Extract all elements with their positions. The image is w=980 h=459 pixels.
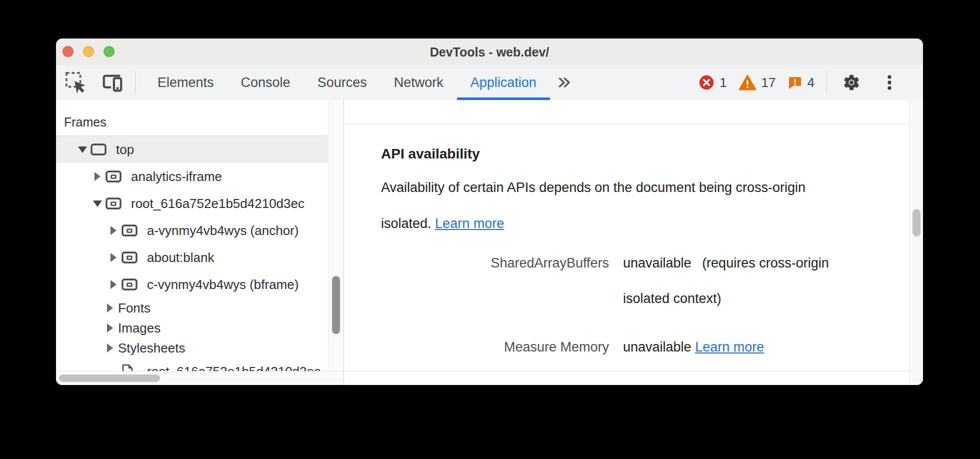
api-row-value-measure-memory: unavailable Learn more bbox=[623, 340, 764, 355]
tree-item-a-vynmy4vb4wys-anchor[interactable]: a-vynmy4vb4wys (anchor) bbox=[56, 217, 328, 244]
tab-elements[interactable]: Elements bbox=[144, 65, 228, 100]
tree-item-label: top bbox=[116, 142, 134, 158]
toolbar-status-area: 1 17 4 bbox=[698, 70, 923, 95]
frame-icon bbox=[90, 142, 110, 156]
devtools-window: DevTools - web.dev/ ElementsConsoleSourc… bbox=[56, 38, 923, 385]
sidebar-vertical-scrollbar[interactable] bbox=[328, 100, 344, 371]
main-vertical-scrollbar[interactable] bbox=[909, 100, 923, 385]
scrollbar-thumb[interactable] bbox=[912, 209, 920, 236]
titlebar: DevTools - web.dev/ bbox=[56, 38, 923, 66]
tree-item-images[interactable]: Images bbox=[56, 318, 328, 338]
frames-section-header[interactable]: Frames bbox=[56, 100, 328, 136]
customize-devtools-button[interactable] bbox=[877, 70, 902, 95]
iframe-icon bbox=[105, 196, 125, 210]
description-line-2: isolated. Learn more bbox=[381, 216, 504, 232]
api-row-value-sharedarraybuffers: unavailable (requires cross-origin bbox=[623, 256, 829, 271]
tree-item-c-vynmy4vb4wys-bframe[interactable]: c-vynmy4vb4wys (bframe) bbox=[56, 271, 328, 298]
api-status: unavailable bbox=[623, 256, 692, 270]
settings-button[interactable] bbox=[839, 70, 864, 95]
api-row-key-measure-memory: Measure Memory bbox=[381, 340, 609, 355]
tree-item-about-blank[interactable]: about:blank bbox=[56, 244, 328, 271]
tab-label: Application bbox=[470, 75, 536, 90]
api-status-note: (requires cross-origin bbox=[702, 256, 829, 270]
error-icon bbox=[698, 74, 715, 91]
tree-item-stylesheets[interactable]: Stylesheets bbox=[56, 338, 328, 358]
chevron-double-right-icon bbox=[557, 74, 573, 91]
tab-label: Network bbox=[394, 75, 444, 90]
triangle-collapsed-icon[interactable] bbox=[106, 344, 118, 352]
triangle-collapsed-icon[interactable] bbox=[106, 226, 121, 235]
api-availability-section: API availability Availability of certain… bbox=[344, 100, 923, 385]
learn-more-link[interactable]: Learn more bbox=[435, 216, 504, 231]
error-count: 1 bbox=[720, 75, 726, 90]
errors-badge[interactable]: 1 bbox=[698, 74, 726, 91]
inspect-icon bbox=[64, 71, 88, 94]
tree-item-label: Images bbox=[118, 320, 160, 336]
iframe-icon bbox=[121, 250, 141, 264]
panel-tabs: ElementsConsoleSourcesNetworkApplication bbox=[144, 65, 550, 100]
tab-application[interactable]: Application bbox=[457, 65, 550, 100]
window-title: DevTools - web.dev/ bbox=[56, 38, 923, 65]
settings-gear-icon bbox=[842, 71, 861, 94]
section-divider bbox=[344, 371, 909, 372]
device-toolbar-icon bbox=[101, 71, 124, 94]
tab-console[interactable]: Console bbox=[228, 65, 304, 100]
inspect-element-button[interactable] bbox=[64, 71, 88, 94]
sidebar-horizontal-scrollbar[interactable] bbox=[56, 371, 344, 385]
triangle-collapsed-icon[interactable] bbox=[106, 280, 121, 289]
tree-item-label: analytics-iframe bbox=[131, 169, 222, 184]
learn-more-link[interactable]: Learn more bbox=[695, 340, 764, 354]
tab-label: Elements bbox=[158, 75, 214, 90]
warning-icon bbox=[738, 74, 757, 92]
warnings-badge[interactable]: 17 bbox=[738, 74, 776, 92]
tab-label: Console bbox=[241, 75, 290, 90]
application-panel: Frames topanalytics-iframeroot_616a752e1… bbox=[56, 100, 923, 385]
tree-item-label: root_616a752e1b5d4210d3ec bbox=[131, 196, 304, 212]
tab-sources[interactable]: Sources bbox=[304, 65, 380, 100]
tree-item-label: Stylesheets bbox=[118, 340, 185, 356]
section-divider bbox=[344, 124, 909, 124]
warning-count: 17 bbox=[762, 75, 776, 90]
more-tabs-button[interactable] bbox=[554, 71, 576, 94]
triangle-expanded-icon[interactable] bbox=[75, 146, 90, 153]
api-status-note-line-2: isolated context) bbox=[623, 291, 722, 306]
api-row-key-sharedarraybuffers: SharedArrayBuffers bbox=[381, 256, 609, 271]
tree-item-top[interactable]: top bbox=[56, 136, 328, 163]
application-sidebar: Frames topanalytics-iframeroot_616a752e1… bbox=[56, 100, 344, 385]
tree-item-label: root_616a752e1b5d4210d3ec bbox=[147, 364, 320, 372]
device-toolbar-button[interactable] bbox=[101, 71, 124, 94]
issues-badge[interactable]: 4 bbox=[787, 74, 814, 90]
triangle-collapsed-icon[interactable] bbox=[106, 304, 118, 312]
tab-network[interactable]: Network bbox=[380, 65, 457, 100]
page-icon bbox=[121, 364, 141, 371]
iframe-icon bbox=[105, 170, 125, 184]
frames-tree: topanalytics-iframeroot_616a752e1b5d4210… bbox=[56, 136, 328, 371]
iframe-icon bbox=[121, 224, 141, 238]
scrollbar-thumb[interactable] bbox=[59, 374, 160, 382]
main-toolbar: ElementsConsoleSourcesNetworkApplication… bbox=[56, 65, 923, 100]
triangle-expanded-icon[interactable] bbox=[90, 200, 105, 207]
tree-item-label: a-vynmy4vb4wys (anchor) bbox=[147, 223, 298, 238]
toolbar-divider bbox=[826, 72, 827, 94]
frames-section-title: Frames bbox=[64, 115, 106, 130]
tree-item-root-616a752e1b5d4210d3ec[interactable]: root_616a752e1b5d4210d3ec bbox=[56, 358, 328, 371]
tree-item-fonts[interactable]: Fonts bbox=[56, 298, 328, 318]
description-line-1: Availability of certain APIs depends on … bbox=[381, 180, 806, 196]
description-line-2-text: isolated. bbox=[381, 216, 432, 231]
triangle-collapsed-icon[interactable] bbox=[90, 172, 105, 181]
triangle-collapsed-icon[interactable] bbox=[106, 324, 118, 332]
issue-count: 4 bbox=[808, 75, 814, 90]
tree-item-label: Fonts bbox=[118, 300, 150, 316]
tree-item-analytics-iframe[interactable]: analytics-iframe bbox=[56, 163, 328, 190]
api-status: unavailable bbox=[623, 340, 692, 354]
toolbar-divider bbox=[135, 72, 136, 94]
iframe-icon bbox=[121, 278, 141, 292]
tree-item-root-616a752e1b5d4210d3ec[interactable]: root_616a752e1b5d4210d3ec bbox=[56, 190, 328, 217]
issues-icon bbox=[787, 74, 803, 90]
triangle-collapsed-icon[interactable] bbox=[106, 253, 121, 262]
tree-item-label: c-vynmy4vb4wys (bframe) bbox=[147, 277, 298, 292]
section-heading: API availability bbox=[381, 146, 480, 162]
tree-item-label: about:blank bbox=[147, 250, 214, 266]
tab-label: Sources bbox=[318, 75, 367, 90]
scrollbar-thumb[interactable] bbox=[332, 276, 340, 334]
